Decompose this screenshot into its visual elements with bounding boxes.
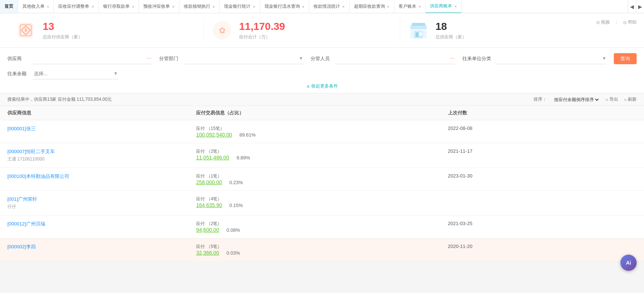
- collapse-label: 收起更多条件: [311, 83, 338, 89]
- trans-amount-link[interactable]: 258,000.00: [196, 179, 222, 185]
- table-row: [000007]恒旺二手叉车王通 17106110000应付 （2笔）11,05…: [0, 143, 644, 168]
- nav-tab-collect-check[interactable]: 收款核销执行 ×: [179, 0, 220, 13]
- nav-tab-cash-bank-stat[interactable]: 现金银行统计 ×: [220, 0, 260, 13]
- balance-input-wrapper: ▼: [32, 68, 118, 79]
- supplier-sub-info: 仔仔: [7, 204, 196, 210]
- svg-text:¥: ¥: [25, 28, 27, 33]
- nav-tab-customer-account[interactable]: 客户账本 ×: [394, 0, 426, 13]
- home-tab-label: 首页: [4, 3, 13, 10]
- nav-tab-supplier-account[interactable]: 供应商账本 ×: [426, 0, 461, 13]
- tab-close-icon[interactable]: ×: [47, 4, 49, 9]
- nav-arrow-left[interactable]: ◀: [628, 0, 636, 13]
- tab-label: 客户账本: [399, 3, 416, 10]
- tab-close-icon[interactable]: ×: [342, 4, 344, 9]
- trans-amount-row: 94,600.000.08%: [196, 227, 448, 233]
- department-chevron-icon[interactable]: ▼: [299, 56, 303, 61]
- tab-close-icon[interactable]: ×: [419, 4, 421, 9]
- filter-row-1: 供应商 ··· 分管部门 ▼ 分管人员 ··· 往来单位分类: [7, 53, 637, 64]
- svg-rect-10: [419, 32, 422, 35]
- lastpay-cell: 2022-08-08: [448, 125, 637, 131]
- tab-close-icon[interactable]: ×: [132, 4, 134, 9]
- nav-tab-other-income[interactable]: 其他收入单 ×: [18, 0, 54, 13]
- store-icon: [407, 19, 430, 41]
- person-dots-icon[interactable]: ···: [450, 55, 455, 62]
- supplier-name-link[interactable]: [000100]本特勤油品有限公司: [7, 173, 69, 179]
- tab-close-icon[interactable]: ×: [454, 4, 456, 8]
- supplier-name-link[interactable]: [000007]恒旺二手叉车: [7, 149, 55, 154]
- tab-label: 现金银行流水查询: [265, 3, 300, 10]
- supplier-dots-icon[interactable]: ···: [147, 55, 151, 62]
- collapse-button[interactable]: ∧ 收起更多条件: [307, 83, 338, 89]
- result-text: 搜索结果中，供应商13家 应付金额 111,703,854.00元: [7, 96, 533, 103]
- tab-close-icon[interactable]: ×: [302, 4, 304, 9]
- tab-close-icon[interactable]: ×: [213, 4, 215, 9]
- supplier-name-link[interactable]: [000012]广州贝瑞: [7, 221, 45, 227]
- trans-amount-link[interactable]: 11,051,486.00: [196, 155, 229, 161]
- person-input[interactable]: [336, 53, 448, 64]
- balance-filter: 往来余额 ▼: [7, 68, 118, 79]
- export-button[interactable]: ○ 导出: [606, 96, 618, 103]
- tab-close-icon[interactable]: ×: [253, 4, 255, 9]
- trans-amount-row: 11,051,486.009.89%: [196, 155, 448, 161]
- category-input[interactable]: [495, 53, 601, 64]
- table-row: [000002]李四应付 （5笔）32,366.000.03%2020-11-2…: [0, 238, 644, 261]
- category-chevron-icon[interactable]: ▼: [602, 56, 606, 61]
- sort-select[interactable]: 按应付余额倒序排序 按应付余额升序排序 按上次付数排序: [553, 97, 600, 103]
- trans-amount-row: 100,092,540.0089.61%: [196, 132, 448, 138]
- supplier-cell: [000012]广州贝瑞: [7, 221, 196, 227]
- tab-close-icon[interactable]: ×: [172, 4, 174, 9]
- department-input[interactable]: [184, 53, 298, 64]
- svg-text:✿: ✿: [219, 26, 225, 35]
- trans-amount-link[interactable]: 164,635.90: [196, 202, 222, 208]
- department-input-wrapper: ▼: [184, 53, 304, 64]
- supplier-name-link[interactable]: [001]广州荣轩: [7, 196, 37, 202]
- diamond-icon: ¥: [15, 19, 37, 41]
- query-button[interactable]: 查询: [614, 53, 637, 64]
- transaction-cell: 应付 （15笔）100,092,540.0089.61%: [196, 125, 448, 138]
- balance-filter-label: 往来余额: [7, 70, 29, 77]
- tab-close-icon[interactable]: ×: [387, 4, 389, 9]
- nav-tab-ap-adjust[interactable]: 应收应付调整单 ×: [54, 0, 98, 13]
- nav-arrow-right[interactable]: ▶: [636, 0, 644, 13]
- tab-close-icon[interactable]: ×: [91, 4, 94, 9]
- balance-chevron-icon[interactable]: ▼: [113, 71, 118, 76]
- trans-amount-link[interactable]: 100,092,540.00: [196, 132, 232, 138]
- trans-amount-link[interactable]: 94,600.00: [196, 227, 219, 233]
- supplier-name-link[interactable]: [000002]李四: [7, 244, 36, 249]
- supplier-filter-label: 供应商: [7, 55, 29, 62]
- trans-amount-link[interactable]: 32,366.00: [196, 250, 219, 256]
- supplier-name-link[interactable]: [000001]张三: [7, 126, 36, 131]
- trans-amount-row: 32,366.000.03%: [196, 250, 448, 256]
- trans-amount-row: 164,635.900.15%: [196, 202, 448, 208]
- payable-amount-label: 应付合计（万）: [239, 34, 392, 40]
- refresh-button[interactable]: ○ 刷新: [624, 96, 637, 103]
- lastpay-cell: 2020-11-20: [448, 244, 637, 249]
- result-bar: 搜索结果中，供应商13家 应付金额 111,703,854.00元 排序： 按应…: [0, 93, 644, 106]
- nav-tab-cash-bank-flow[interactable]: 现金银行流水查询 ×: [260, 0, 309, 13]
- lastpay-cell: 2021-03-25: [448, 221, 637, 226]
- tab-label: 现金银行统计: [224, 3, 251, 10]
- balance-input[interactable]: [32, 68, 112, 79]
- supplier-input[interactable]: [32, 53, 145, 64]
- refresh-label: 刷新: [628, 96, 637, 103]
- nav-tab-collect-stat[interactable]: 收款情况统计 ×: [309, 0, 349, 13]
- col-header-lastpay: 上次付数: [448, 110, 637, 116]
- trans-type-label: 应付 （5笔）: [196, 244, 448, 250]
- nav-tab-bank-deposit[interactable]: 银行存取款单 ×: [99, 0, 139, 13]
- refresh-icon: ○: [624, 97, 627, 102]
- video-link[interactable]: ⊙ 视频: [596, 19, 610, 25]
- nav-tab-advance-collect[interactable]: 预收冲应收单 ×: [139, 0, 179, 13]
- transaction-cell: 应付 （1笔）258,000.000.23%: [196, 173, 448, 185]
- supplier-cell: [000002]李四: [7, 244, 196, 250]
- help-link[interactable]: ⊙ 帮助: [623, 19, 637, 25]
- supplier-input-wrapper: ···: [32, 53, 152, 64]
- supplier-cell: [000007]恒旺二手叉车王通 17106110000: [7, 148, 196, 162]
- help-section: ⊙ 视频 ｜ ⊙ 帮助: [596, 19, 637, 25]
- svg-rect-8: [412, 23, 425, 26]
- transaction-cell: 应付 （4笔）164,635.900.15%: [196, 196, 448, 208]
- trans-type-label: 应付 （2笔）: [196, 148, 448, 155]
- nav-arrows: ◀ ▶: [628, 0, 644, 13]
- nav-tab-overdue-collect[interactable]: 超期应收款查询 ×: [350, 0, 394, 13]
- trans-type-label: 应付 （2笔）: [196, 221, 448, 227]
- nav-tab-home[interactable]: 首页: [0, 0, 18, 13]
